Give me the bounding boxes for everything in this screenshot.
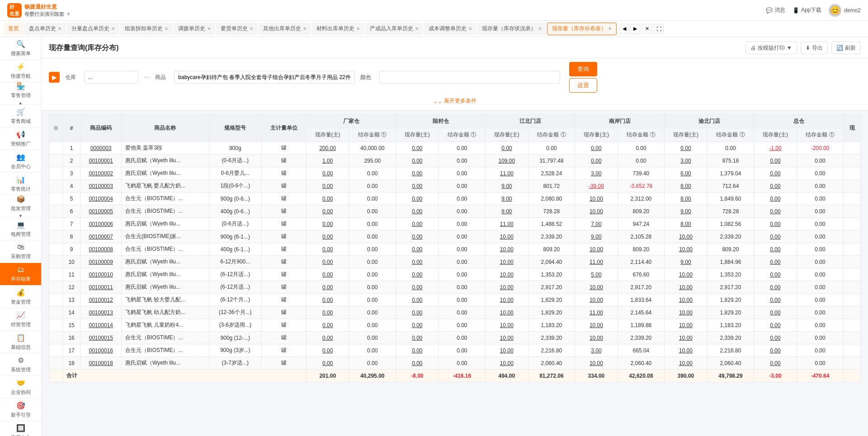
col-lc-qty-cell[interactable]: 0.00 (396, 230, 439, 243)
tab-2[interactable]: 分量盘点单历史 ✕ (67, 23, 119, 35)
col-na-qty-cell[interactable]: 10.00 (575, 319, 618, 332)
col-jb-qty-cell[interactable]: 10.00 (486, 256, 528, 268)
col-na-qty-cell[interactable]: 10.00 (575, 205, 618, 218)
col-fj-qty-cell[interactable]: 0.00 (307, 319, 349, 332)
filter-expand-btn[interactable]: ▶ (49, 72, 60, 83)
sidebar-item-basics[interactable]: 📋 基础信息 (0, 331, 41, 353)
col-jb-qty-cell[interactable]: 109.00 (486, 155, 528, 167)
col-code-cell[interactable]: 00100007 (80, 230, 122, 243)
col-yb-qty-cell[interactable]: 10.00 (665, 306, 707, 319)
col-na-qty-cell[interactable]: 0.00 (575, 155, 618, 167)
col-code-cell[interactable]: 00100011 (80, 281, 122, 294)
tab-5-close[interactable]: ✕ (250, 26, 253, 31)
col-jb-qty-cell[interactable]: 10.00 (486, 243, 528, 256)
tab-prev-btn[interactable]: ◀ (619, 24, 629, 34)
col-lc-qty-cell[interactable]: 0.00 (396, 192, 439, 205)
sidebar-item-nav[interactable]: ⚡ 快捷导航 (0, 60, 41, 82)
sidebar-item-members[interactable]: 👥 会员中心 (0, 150, 41, 173)
color-input[interactable] (379, 71, 560, 84)
col-total-qty-cell[interactable]: 0.00 (754, 192, 797, 205)
tab-10-close[interactable]: ✕ (538, 26, 542, 31)
col-na-qty-cell[interactable]: 10.00 (575, 243, 618, 256)
col-na-qty-cell[interactable]: -39.00 (575, 180, 618, 192)
col-jb-qty-cell[interactable]: 10.00 (486, 357, 528, 370)
tab-3-close[interactable]: ✕ (165, 26, 168, 31)
gear-icon[interactable]: ⚙ (53, 125, 58, 131)
tab-11[interactable]: 现存量（库存分布表） ✕ (547, 23, 617, 35)
refresh-btn[interactable]: 🔄 刷新 (831, 42, 861, 54)
tab-maximize-btn[interactable]: ⛶ (654, 24, 664, 34)
sidebar-item-marketing[interactable]: 📢 营销推广 (0, 127, 41, 150)
sidebar-item-retail[interactable]: 🏪 零售管理 ▲ (0, 82, 41, 105)
tab-5[interactable]: 要货单历史 ✕ (216, 23, 258, 35)
col-yb-qty-cell[interactable]: 10.00 (665, 281, 707, 294)
goods-input[interactable] (174, 71, 355, 84)
export-btn[interactable]: ⬇ 导出 (801, 42, 828, 54)
col-lc-qty-cell[interactable]: 0.00 (396, 155, 439, 167)
col-fj-qty-cell[interactable]: 0.00 (307, 281, 349, 294)
col-fj-qty-cell[interactable]: 0.00 (307, 294, 349, 306)
col-jb-qty-cell[interactable]: 9.00 (486, 205, 528, 218)
col-gear[interactable]: ⚙ (49, 115, 63, 142)
col-yb-qty-cell[interactable]: 10.00 (665, 294, 707, 306)
col-total-qty-cell[interactable]: 0.00 (754, 268, 797, 281)
col-total-qty-cell[interactable]: 0.00 (754, 256, 797, 268)
col-code-cell[interactable]: 00100001 (80, 155, 122, 167)
col-total-qty-cell[interactable]: 0.00 (754, 294, 797, 306)
col-jb-qty-cell[interactable]: 10.00 (486, 319, 528, 332)
col-total-qty-cell[interactable]: 0.00 (754, 205, 797, 218)
sidebar-item-collab[interactable]: 🤝 企业协同 (0, 376, 41, 398)
col-code-cell[interactable]: 00100009 (80, 256, 122, 268)
col-yb-qty-cell[interactable]: 6.00 (665, 167, 707, 180)
col-lc-qty-cell[interactable]: 0.00 (396, 294, 439, 306)
col-total-qty-cell[interactable]: 0.00 (754, 243, 797, 256)
col-total-qty-cell[interactable]: -1.00 (754, 142, 797, 155)
tab-10[interactable]: 现存量（库存状况表） ✕ (477, 23, 546, 35)
col-lc-qty-cell[interactable]: 0.00 (396, 319, 439, 332)
col-lc-qty-cell[interactable]: 0.00 (396, 218, 439, 230)
col-jb-qty-cell[interactable]: 10.00 (486, 230, 528, 243)
col-yb-qty-cell[interactable]: 10.00 (665, 230, 707, 243)
col-total-qty-cell[interactable]: 0.00 (754, 218, 797, 230)
settings-btn[interactable]: 设置 (569, 78, 597, 93)
col-total-qty-cell[interactable]: 0.00 (754, 319, 797, 332)
sidebar-item-search[interactable]: 🔍 搜索英单 (0, 37, 41, 60)
col-code-cell[interactable]: 00100008 (80, 243, 122, 256)
col-lc-qty-cell[interactable]: 0.00 (396, 332, 439, 344)
col-lc-qty-cell[interactable]: 0.00 (396, 344, 439, 357)
tab-8-close[interactable]: ✕ (415, 26, 419, 31)
col-fj-qty-cell[interactable]: 0.00 (307, 268, 349, 281)
col-jb-qty-cell[interactable]: 10.00 (486, 332, 528, 344)
col-code-cell[interactable]: 00100012 (80, 294, 122, 306)
col-jb-qty-cell[interactable]: 0.00 (486, 142, 528, 155)
col-fj-qty-cell[interactable]: 0.00 (307, 243, 349, 256)
col-fj-qty-cell[interactable]: 0.00 (307, 332, 349, 344)
col-lc-qty-cell[interactable]: 0.00 (396, 281, 439, 294)
col-na-qty-cell[interactable]: 3.00 (575, 167, 618, 180)
col-lc-qty-cell[interactable]: 0.00 (396, 306, 439, 319)
tab-3[interactable]: 组装拆卸单历史 ✕ (120, 23, 173, 35)
col-jb-qty-cell[interactable]: 11.00 (486, 218, 528, 230)
col-jb-qty-cell[interactable]: 10.00 (486, 281, 528, 294)
col-na-qty-cell[interactable]: 11.00 (575, 306, 618, 319)
col-lc-qty-cell[interactable]: 0.00 (396, 357, 439, 370)
col-fj-qty-cell[interactable]: 0.00 (307, 205, 349, 218)
col-jb-qty-cell[interactable]: 10.00 (486, 268, 528, 281)
col-yb-qty-cell[interactable]: 0.00 (665, 142, 707, 155)
col-na-qty-cell[interactable]: 10.00 (575, 332, 618, 344)
col-code-cell[interactable]: 00100002 (80, 167, 122, 180)
sidebar-item-stats[interactable]: 📊 零售统计 (0, 173, 41, 195)
query-btn[interactable]: 查询 (569, 62, 597, 76)
col-yb-qty-cell[interactable]: 10.00 (665, 332, 707, 344)
sidebar-item-guide[interactable]: 🎯 新手引导 (0, 398, 41, 421)
col-code-cell[interactable]: 00100010 (80, 268, 122, 281)
col-yb-qty-cell[interactable]: 9.00 (665, 205, 707, 218)
col-na-qty-cell[interactable]: 9.00 (575, 230, 618, 243)
tab-7-close[interactable]: ✕ (356, 26, 360, 31)
col-total-qty-cell[interactable]: 0.00 (754, 344, 797, 357)
col-lc-qty-cell[interactable]: 0.00 (396, 243, 439, 256)
col-code-cell[interactable]: 00100013 (80, 306, 122, 319)
col-total-qty-cell[interactable]: 0.00 (754, 332, 797, 344)
col-yb-qty-cell[interactable]: 8.00 (665, 218, 707, 230)
tab-4-close[interactable]: ✕ (207, 26, 211, 31)
